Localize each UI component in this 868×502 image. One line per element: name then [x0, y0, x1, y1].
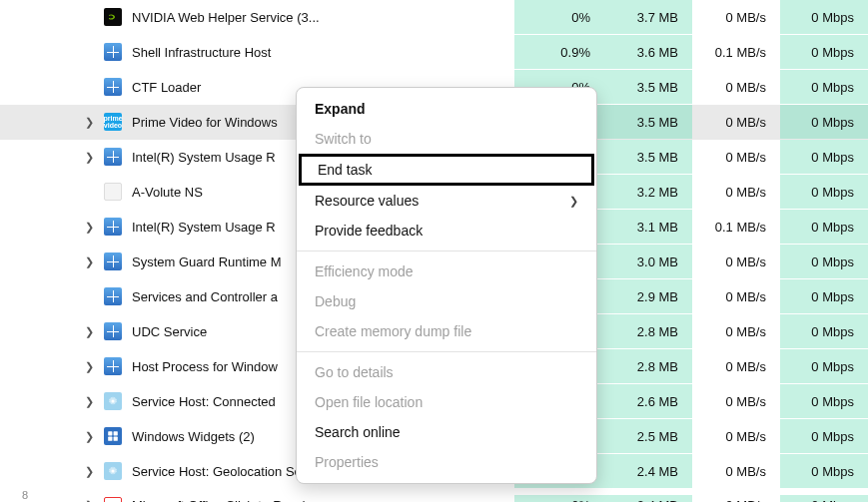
- menu-separator: [297, 351, 596, 352]
- process-name: Shell Infrastructure Host: [126, 45, 514, 60]
- menu-item-label: Resource values: [315, 193, 419, 209]
- network-cell: 0 Mbps: [780, 105, 868, 139]
- process-icon-cell: [100, 218, 126, 236]
- menu-item-go-to-details: Go to details: [297, 357, 596, 387]
- nvidia-icon: [104, 8, 122, 26]
- memory-cell: 3.0 MB: [604, 245, 692, 278]
- chevron-right-icon: ❯: [85, 430, 94, 443]
- disk-cell: 0 MB/s: [692, 175, 780, 209]
- process-row[interactable]: ❯OMicrosoft Office Click-to-Run (0%2.4 M…: [0, 489, 868, 502]
- menu-item-label: Expand: [315, 101, 366, 117]
- expand-toggle[interactable]: ❯: [0, 221, 100, 234]
- network-cell: 0 Mbps: [780, 454, 868, 488]
- menu-item-label: Provide feedback: [315, 223, 423, 239]
- office-icon: O: [104, 497, 122, 503]
- memory-cell: 3.2 MB: [604, 175, 692, 209]
- disk-cell: 0 MB/s: [692, 495, 780, 502]
- menu-item-expand[interactable]: Expand: [297, 94, 596, 124]
- menu-item-resource-values[interactable]: Resource values❯: [297, 186, 596, 216]
- expand-toggle[interactable]: ❯: [0, 151, 100, 164]
- process-icon-cell: O: [100, 497, 126, 503]
- network-cell: 0 Mbps: [780, 210, 868, 244]
- memory-cell: 3.7 MB: [604, 0, 692, 34]
- memory-cell: 2.6 MB: [604, 384, 692, 418]
- memory-cell: 3.5 MB: [604, 105, 692, 139]
- chevron-right-icon: ❯: [85, 151, 94, 164]
- menu-item-label: Switch to: [315, 131, 372, 147]
- svg-rect-1: [108, 431, 112, 435]
- menu-item-provide-feedback[interactable]: Provide feedback: [297, 216, 596, 246]
- chevron-right-icon: ❯: [85, 465, 94, 478]
- process-icon-cell: [100, 322, 126, 340]
- expand-toggle[interactable]: ❯: [0, 395, 100, 408]
- disk-cell: 0.1 MB/s: [692, 210, 780, 244]
- memory-cell: 2.4 MB: [604, 495, 692, 502]
- win-icon: [104, 287, 122, 305]
- process-row[interactable]: Shell Infrastructure Host0.9%3.6 MB0.1 M…: [0, 35, 868, 70]
- network-cell: 0 Mbps: [780, 245, 868, 278]
- chevron-right-icon: ❯: [85, 360, 94, 373]
- process-icon-cell: [100, 427, 126, 445]
- process-icon-cell: [100, 287, 126, 305]
- disk-cell: 0 MB/s: [692, 454, 780, 488]
- menu-item-open-file-location: Open file location: [297, 387, 596, 417]
- expand-toggle[interactable]: ❯: [0, 325, 100, 338]
- win-icon: [104, 78, 122, 96]
- disk-cell: 0 MB/s: [692, 384, 780, 418]
- menu-item-end-task[interactable]: End task: [299, 154, 594, 186]
- network-cell: 0 Mbps: [780, 419, 868, 453]
- menu-item-label: Go to details: [315, 364, 394, 380]
- context-menu: ExpandSwitch toEnd taskResource values❯P…: [296, 87, 597, 484]
- network-cell: 0 Mbps: [780, 314, 868, 348]
- network-cell: 0 Mbps: [780, 70, 868, 104]
- process-name: Microsoft Office Click-to-Run (: [126, 498, 514, 502]
- process-row[interactable]: NVIDIA Web Helper Service (3...0%3.7 MB0…: [0, 0, 868, 35]
- cpu-cell: 0.9%: [514, 35, 604, 69]
- process-icon-cell: [100, 392, 126, 410]
- process-icon-cell: [100, 43, 126, 61]
- win-icon: [104, 43, 122, 61]
- memory-cell: 2.4 MB: [604, 454, 692, 488]
- disk-cell: 0 MB/s: [692, 245, 780, 278]
- widgets-icon: [104, 427, 122, 445]
- expand-toggle[interactable]: ❯: [0, 116, 100, 129]
- disk-cell: 0 MB/s: [692, 314, 780, 348]
- memory-cell: 3.6 MB: [604, 35, 692, 69]
- network-cell: 0 Mbps: [780, 279, 868, 313]
- network-cell: 0 Mbps: [780, 175, 868, 209]
- chevron-right-icon: ❯: [569, 195, 578, 208]
- disk-cell: 0 MB/s: [692, 0, 780, 34]
- blank-icon: [104, 183, 122, 201]
- expand-toggle[interactable]: ❯: [0, 430, 100, 443]
- memory-cell: 3.1 MB: [604, 210, 692, 244]
- disk-cell: 0 MB/s: [692, 70, 780, 104]
- disk-cell: 0 MB/s: [692, 105, 780, 139]
- menu-item-properties: Properties: [297, 447, 596, 477]
- prime-icon: prime video: [104, 113, 122, 131]
- menu-item-label: Debug: [315, 293, 356, 309]
- process-icon-cell: [100, 8, 126, 26]
- process-icon-cell: [100, 148, 126, 166]
- disk-cell: 0 MB/s: [692, 419, 780, 453]
- expand-toggle[interactable]: ❯: [0, 255, 100, 268]
- svg-rect-4: [114, 437, 118, 441]
- win-icon: [104, 357, 122, 375]
- menu-item-efficiency-mode: Efficiency mode: [297, 256, 596, 286]
- svg-rect-2: [114, 431, 118, 435]
- cpu-cell: 0%: [514, 0, 604, 34]
- win-icon: [104, 252, 122, 270]
- network-cell: 0 Mbps: [780, 349, 868, 383]
- disk-cell: 0 MB/s: [692, 279, 780, 313]
- process-icon-cell: [100, 183, 126, 201]
- menu-item-debug: Debug: [297, 286, 596, 316]
- network-cell: 0 Mbps: [780, 0, 868, 34]
- expand-toggle[interactable]: ❯: [0, 360, 100, 373]
- memory-cell: 2.9 MB: [604, 279, 692, 313]
- memory-cell: 2.8 MB: [604, 349, 692, 383]
- network-cell: 0 Mbps: [780, 140, 868, 174]
- network-cell: 0 Mbps: [780, 35, 868, 69]
- menu-item-label: Efficiency mode: [315, 263, 414, 279]
- menu-item-label: End task: [318, 162, 372, 178]
- menu-item-search-online[interactable]: Search online: [297, 417, 596, 447]
- expand-toggle[interactable]: ❯: [0, 465, 100, 478]
